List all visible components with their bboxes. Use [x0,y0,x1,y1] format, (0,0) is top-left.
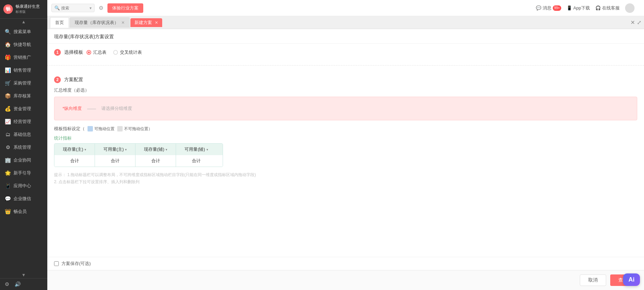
search-dropdown-icon[interactable]: ▾ [90,6,92,10]
sidebar-scroll-up[interactable]: ▲ [0,19,47,25]
no-drag-position-label: 不可拖动位置） [117,126,152,132]
tab-new-scheme-close-icon[interactable]: ✕ [155,20,158,25]
sidebar-item-label: 营销推广 [14,54,31,61]
indicator-config-title: 模板指标设定（ 可拖动位置 不可拖动位置） [54,126,637,132]
sidebar-item-finance[interactable]: 💰 资金管理 [0,102,47,115]
stats-col-3[interactable]: 可用量(辅) ▾ [176,144,217,155]
sidebar-item-newcomer[interactable]: 🌟 新手引导 [0,167,47,179]
tab-close-all-btn[interactable]: ✕ [630,19,635,26]
gear-icon[interactable]: ⚙ [99,5,103,11]
sidebar-item-system[interactable]: ⚙ 系统管理 [0,141,47,154]
radio-summary-label: 汇总表 [93,49,106,55]
sidebar-item-label: 基础信息 [14,131,31,138]
sidebar-item-marketing[interactable]: 🎁 营销推广 [0,51,47,64]
stats-data-row: 合计 合计 合计 合计 [54,155,223,167]
drag-position-label: 可拖动位置 [88,126,115,132]
sidebar-item-label: 企业协同 [14,157,31,163]
search-menu-icon: 🔍 [5,29,11,35]
topbar-right: 💬 消息 99+ 📱 App下载 🎧 在线客服 [536,3,640,13]
dimension-area[interactable]: *纵向维度 —— 请选择分组维度 [54,97,637,120]
sidebar-item-wechat[interactable]: 💬 企业微信 [0,192,47,205]
tips-section: 提示： 1.拖动标题栏可以调整布局，不可跨维度或指标区域拖动栏目字段(只能在同一… [54,172,637,185]
app-name: 畅康通好生意 [16,4,40,9]
radio-cross[interactable]: 交叉统计表 [113,49,142,55]
service-label: 在线客服 [602,5,620,11]
tab-inventory-status[interactable]: 现存量（库存状况表） ✕ [70,17,130,28]
app-download-btn[interactable]: 📱 App下载 [567,5,590,11]
main-area: 🔍 ▾ ⚙ 体验行业方案 💬 消息 99+ 📱 App下载 🎧 在线客服 [47,0,644,290]
tab-inventory-close-icon[interactable]: ✕ [121,20,125,25]
step1-badge: 1 [54,49,61,56]
trial-btn[interactable]: 体验行业方案 [107,3,143,13]
tab-expand-btn[interactable]: ⤢ [637,19,641,26]
search-box[interactable]: 🔍 ▾ [51,4,95,12]
indicator-config-label: 模板指标设定（ [54,126,85,132]
topbar: 🔍 ▾ ⚙ 体验行业方案 💬 消息 99+ 📱 App下载 🎧 在线客服 [47,0,644,16]
stats-header-row: 现存量(主) ▾ 可用量(主) ▾ 现存量(辅) ▾ [54,144,223,155]
stats-data-col-3: 合计 [176,155,217,167]
stats-col-0[interactable]: 现存量(主) ▾ [54,144,95,155]
stats-col-2[interactable]: 现存量(辅) ▾ [135,144,176,155]
radio-cross-circle[interactable] [113,50,118,55]
col0-chevron-icon[interactable]: ▾ [84,148,86,151]
col2-chevron-icon[interactable]: ▾ [166,148,167,151]
sidebar-item-basic-info[interactable]: 🗂 基础信息 [0,128,47,141]
sidebar-item-label: 畅会员 [14,209,27,215]
sidebar-item-label: 资金管理 [14,106,31,112]
sidebar-item-purchase[interactable]: 🛒 采购管理 [0,77,47,90]
sales-icon: 📊 [5,67,11,73]
sidebar-item-app-center[interactable]: 📱 应用中心 [0,179,47,192]
settings-icon[interactable]: ⚙ [5,281,9,287]
message-label: 消息 [543,5,551,11]
tab-new-scheme[interactable]: 新建方案 ✕ [130,18,162,27]
stats-data-col-1: 合计 [95,155,135,167]
sidebar-item-label: 采购管理 [14,80,31,86]
cancel-button[interactable]: 取消 [580,274,606,286]
col3-chevron-icon[interactable]: ▾ [206,148,208,151]
stats-col-1[interactable]: 可用量(主) ▾ [95,144,135,155]
sidebar-item-label: 企业微信 [14,196,31,202]
online-service-btn[interactable]: 🎧 在线客服 [595,5,620,11]
sidebar-item-quick-nav[interactable]: 🏠 快捷导航 [0,38,47,51]
tab-home[interactable]: 首页 [50,17,69,28]
sidebar-item-company[interactable]: 🏢 企业协同 [0,154,47,167]
volume-icon[interactable]: 🔊 [15,281,21,287]
system-icon: ⚙ [5,144,11,150]
sidebar-nav: 🔍 搜索菜单 🏠 快捷导航 🎁 营销推广 📊 销售管理 🛒 采购管理 📦 库存核… [0,25,47,271]
tabs-actions: ✕ ⤢ [630,19,641,26]
tip-2: 2. 点击标题栏下拉可设置排序、插入列和删除列 [54,179,637,185]
radio-cross-label: 交叉统计表 [120,49,142,55]
service-icon: 🎧 [595,5,601,10]
sidebar-item-business[interactable]: 📈 经营管理 [0,115,47,128]
save-row: 方案保存(可选) [47,257,644,270]
app-icon: 📱 [567,5,572,10]
content-area: 现存量(库存状况表)方案设置 1 选择模板 汇总表 交叉统计表 [47,29,644,270]
sidebar-logo: 畅 畅康通好生意 标准版 [0,0,47,19]
dimension-dash: —— [87,106,96,111]
user-avatar[interactable] [625,3,635,13]
sidebar-scroll-down[interactable]: ▼ [0,271,47,278]
radio-summary[interactable]: 汇总表 [86,49,106,55]
search-icon: 🔍 [54,5,60,10]
sidebar-item-sales[interactable]: 📊 销售管理 [0,64,47,77]
sidebar-item-inventory[interactable]: 📦 库存核算 [0,90,47,102]
search-input[interactable] [61,6,88,10]
sidebar-item-label: 销售管理 [14,67,31,73]
sidebar-item-vip[interactable]: 👑 畅会员 [0,205,47,218]
step1-title: 选择模板 [64,49,83,55]
page-title: 现存量(库存状况表)方案设置 [47,29,644,44]
sidebar-item-label: 经营管理 [14,119,31,125]
ai-fab-button[interactable]: Ai [623,273,640,286]
footer-bar: 取消 查询 [47,270,644,290]
basic-info-icon: 🗂 [5,131,11,138]
radio-summary-circle[interactable] [86,50,91,55]
save-label: 方案保存(可选) [61,261,91,267]
message-btn[interactable]: 💬 消息 99+ [536,5,561,11]
step2-badge: 2 [54,76,61,83]
sidebar-item-label: 新手引导 [14,170,31,176]
col1-chevron-icon[interactable]: ▾ [125,148,127,151]
stats-table: 现存量(主) ▾ 可用量(主) ▾ 现存量(辅) ▾ [54,143,223,167]
save-checkbox[interactable] [54,261,59,266]
tab-home-label: 首页 [55,20,64,26]
sidebar-item-search-menu[interactable]: 🔍 搜索菜单 [0,25,47,38]
